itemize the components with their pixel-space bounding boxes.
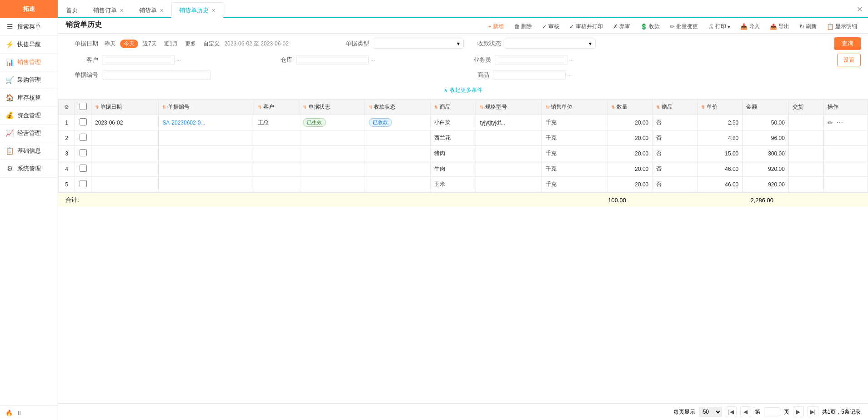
sidebar-item-search[interactable]: ☰ 搜索菜单	[0, 18, 58, 36]
col-header-payment-status[interactable]: ⇅ 收款状态	[365, 100, 430, 115]
per-page-select[interactable]: 50 100 200	[699, 407, 722, 417]
select-all-checkbox[interactable]	[80, 103, 87, 110]
doc-type-select[interactable]: ▾	[373, 39, 464, 49]
sidebar-item-purchase[interactable]: 🛒 采购管理	[0, 71, 58, 89]
show-detail-button[interactable]: 📋 显示明细	[823, 21, 861, 32]
col-header-sales-unit[interactable]: ⇅ 销售单位	[542, 100, 607, 115]
col-header-spec-type[interactable]: ⇅ 规格型号	[476, 100, 542, 115]
edit-action-icon[interactable]: ✏	[828, 119, 833, 126]
more-action-icon[interactable]: ⋯	[837, 119, 843, 126]
cell-doc-status	[299, 146, 365, 161]
col-header-doc-date[interactable]: ⇅ 单据日期	[91, 100, 159, 115]
last-page-button[interactable]: ▶|	[808, 406, 818, 417]
warehouse-input[interactable]	[296, 55, 369, 65]
sidebar-item-inventory[interactable]: 🏠 库存核算	[0, 89, 58, 107]
delete-icon: 🗑	[514, 23, 520, 30]
tab-home[interactable]: 首页	[58, 2, 85, 18]
payment-status-select[interactable]: ▾	[505, 39, 596, 49]
per-page-label: 每页显示	[673, 408, 695, 416]
salesperson-dots[interactable]: ···	[569, 57, 574, 63]
cell-customer	[254, 130, 299, 146]
query-button[interactable]: 查询	[834, 37, 861, 50]
customer-input[interactable]	[102, 55, 175, 65]
sidebar-item-operation[interactable]: 📈 经营管理	[0, 125, 58, 142]
col-header-goods[interactable]: ⇅ 商品	[431, 100, 476, 115]
goods-dots[interactable]: ···	[567, 72, 572, 78]
window-close-button[interactable]: ✕	[851, 1, 868, 17]
import-button[interactable]: 📥 导入	[737, 21, 763, 32]
row-checkbox[interactable]	[80, 149, 87, 156]
date-btn-7days[interactable]: 近7天	[140, 40, 160, 48]
cell-sales-unit: 千克	[542, 177, 607, 192]
print-button[interactable]: 🖨 打印 ▾	[704, 21, 734, 32]
row-checkbox[interactable]	[80, 165, 87, 172]
new-button[interactable]: + 新增	[484, 21, 507, 32]
col-header-gift[interactable]: ⇅ 赠品	[652, 100, 697, 115]
sidebar-item-finance[interactable]: 💰 资金管理	[0, 107, 58, 125]
tab-sales-history-close[interactable]: ✕	[211, 8, 216, 14]
tab-sales-order[interactable]: 销售订单 ✕	[85, 2, 131, 18]
customer-dots[interactable]: ···	[176, 57, 181, 63]
goods-input[interactable]	[493, 70, 566, 80]
sidebar-item-basic[interactable]: 📋 基础信息	[0, 142, 58, 160]
cell-spec-type: tyjytjtyjdf...	[476, 115, 542, 130]
audit-button[interactable]: ✓ 审核	[538, 21, 563, 32]
row-checkbox[interactable]	[80, 118, 87, 125]
sidebar-item-quicknav[interactable]: ⚡ 快捷导航	[0, 36, 58, 54]
page-header-area: 销货单历史 + 新增 🗑 删除 ✓ 审核 ✓ 审核并打印	[58, 18, 868, 34]
sort-icon: ⇅	[95, 105, 99, 110]
warehouse-label: 仓库	[273, 56, 296, 64]
fire-icon[interactable]: 🔥	[5, 410, 13, 416]
sort-icon: ⇅	[434, 105, 438, 110]
warehouse-dots[interactable]: ···	[371, 57, 375, 63]
sidebar-item-sales[interactable]: 📊 销售管理	[0, 54, 58, 71]
export-button[interactable]: 📤 导出	[766, 21, 793, 32]
filter-row-2: 客户 ··· 仓库 ··· 业务员 ··· 设置	[65, 54, 861, 66]
audit-print-button[interactable]: ✓ 审核并打印	[566, 21, 607, 32]
doc-no-link[interactable]: SA-20230602-0...	[162, 120, 205, 126]
cell-row-num: 5	[59, 177, 75, 192]
batch-change-button[interactable]: ✏ 批量变更	[666, 21, 702, 32]
col-header-doc-no[interactable]: ⇅ 单据编号	[159, 100, 254, 115]
col-header-quantity[interactable]: ⇅ 数量	[607, 100, 652, 115]
next-page-button[interactable]: ▶	[793, 406, 804, 417]
sort-icon: ⇅	[480, 105, 483, 110]
sidebar-item-system[interactable]: ⚙ 系统管理	[0, 160, 58, 178]
tab-sales-delivery[interactable]: 销货单 ✕	[131, 2, 171, 18]
row-checkbox[interactable]	[80, 134, 87, 141]
cell-doc-date	[91, 177, 159, 192]
table-container: ⚙ ⇅ 单据日期 ⇅ 单据编号 ⇅ 客户	[58, 99, 868, 403]
sort-icon: ⇅	[369, 105, 372, 110]
date-btn-today[interactable]: 今天	[120, 40, 138, 48]
first-page-button[interactable]: |◀	[726, 406, 737, 417]
warehouse-filter-cell: ···	[296, 55, 467, 65]
discard-button[interactable]: ✗ 弃审	[609, 21, 634, 32]
payment-status-badge: 已收款	[369, 118, 392, 127]
pause-icon[interactable]: ⏸	[16, 410, 22, 416]
cell-amount: 920.00	[743, 161, 789, 177]
doc-no-input[interactable]	[102, 70, 211, 80]
refresh-button[interactable]: ↻ 刷新	[796, 21, 820, 32]
collapse-filter-button[interactable]: ∧ 收起更多条件	[65, 85, 861, 96]
collect-icon: 💲	[640, 23, 647, 30]
tab-sales-order-close[interactable]: ✕	[120, 8, 124, 14]
col-header-doc-status[interactable]: ⇅ 单据状态	[299, 100, 365, 115]
prev-page-button[interactable]: ◀	[740, 406, 751, 417]
tab-sales-delivery-close[interactable]: ✕	[160, 8, 164, 14]
table-row: 3 猪肉 千克 20.00 否 15.00 300.00	[59, 146, 868, 161]
row-checkbox[interactable]	[80, 180, 87, 187]
delete-button[interactable]: 🗑 删除	[510, 21, 536, 32]
setting-button[interactable]: 设置	[837, 54, 861, 66]
date-btn-custom[interactable]: 自定义	[201, 40, 222, 48]
tab-sales-history[interactable]: 销货单历史 ✕	[171, 2, 223, 18]
table-gear-icon[interactable]: ⚙	[64, 104, 69, 110]
date-btn-1month[interactable]: 近1月	[161, 40, 181, 48]
page-number-input[interactable]: 1	[764, 407, 780, 416]
date-btn-more[interactable]: 更多	[182, 40, 199, 48]
col-header-customer[interactable]: ⇅ 客户	[254, 100, 299, 115]
col-header-unit-price[interactable]: ⇅ 单价	[697, 100, 743, 115]
collect-button[interactable]: 💲 收款	[637, 21, 663, 32]
date-btn-yesterday[interactable]: 昨天	[102, 40, 118, 48]
salesperson-input[interactable]	[495, 55, 567, 65]
cell-sales-unit: 千克	[542, 115, 607, 130]
